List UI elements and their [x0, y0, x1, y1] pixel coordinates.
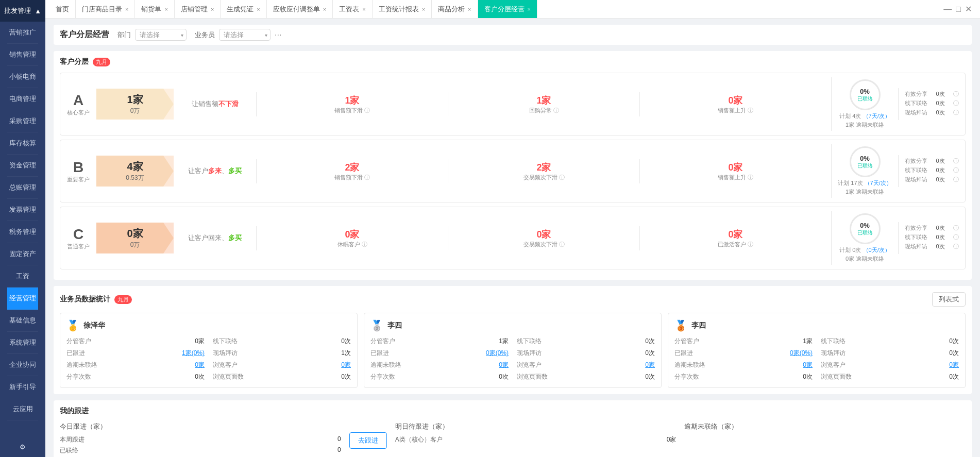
tab-应收应付调整单[interactable]: 应收应付调整单×: [267, 0, 333, 19]
action-info-B-1[interactable]: ⓘ: [953, 166, 959, 174]
window-close-icon[interactable]: ✕: [965, 4, 972, 14]
stat-count-C-2: 0家: [644, 228, 827, 241]
tab-close-工资表[interactable]: ×: [362, 6, 365, 12]
tab-首页[interactable]: 首页: [49, 0, 76, 19]
info-icon-A-1[interactable]: ⓘ: [553, 107, 559, 114]
sidebar-item-新手引导[interactable]: 新手引导: [7, 376, 38, 398]
tab-店铺管理[interactable]: 店铺管理×: [175, 0, 221, 19]
sidebar-item-经营管理[interactable]: 经营管理: [7, 287, 38, 310]
sidebar-item-销售管理[interactable]: 销售管理: [7, 44, 38, 66]
sidebar-item-发票管理[interactable]: 发票管理: [7, 199, 38, 221]
biz-row-2-4: 逾期未联络 0家: [674, 361, 813, 369]
stat-label-C-2: 已激活客户 ⓘ: [644, 241, 827, 248]
action-info-C-0[interactable]: ⓘ: [953, 224, 959, 232]
tab-商品分析[interactable]: 商品分析×: [432, 0, 478, 19]
action-info-B-0[interactable]: ⓘ: [953, 157, 959, 165]
biz-val-1-2[interactable]: 0家(0%): [486, 349, 509, 358]
tab-销货单[interactable]: 销货单×: [135, 0, 174, 19]
sidebar-item-基础信息[interactable]: 基础信息: [7, 310, 38, 332]
dept-select[interactable]: 请选择: [135, 29, 187, 41]
sidebar-item-工资[interactable]: 工资: [7, 265, 38, 287]
biz-val-1-7: 0次: [645, 373, 655, 381]
action-val-A-2: 0次: [936, 109, 944, 116]
tab-门店商品目录[interactable]: 门店商品目录×: [76, 0, 135, 19]
list-view-button[interactable]: 列表式: [932, 292, 966, 307]
tab-close-商品分析[interactable]: ×: [468, 6, 471, 12]
today-follow-val-1: 0: [337, 435, 341, 444]
tier-plan-link-C[interactable]: （0天/次）: [863, 247, 890, 253]
sidebar-item-采购管理[interactable]: 采购管理: [7, 110, 38, 132]
tab-工资表[interactable]: 工资表×: [333, 0, 372, 19]
tab-close-客户分层经营[interactable]: ×: [528, 6, 531, 12]
info-icon-A-0[interactable]: ⓘ: [364, 107, 370, 114]
tab-close-销货单[interactable]: ×: [164, 6, 167, 12]
sales-select[interactable]: 请选择: [219, 29, 271, 41]
biz-key-0-1: 线下联络: [213, 337, 238, 346]
biz-key-2-2: 已跟进: [674, 349, 693, 358]
sidebar-item-总账管理[interactable]: 总账管理: [7, 177, 38, 199]
info-icon-B-1[interactable]: ⓘ: [559, 174, 565, 181]
goto-follow-button[interactable]: 去跟进: [349, 432, 387, 449]
sidebar-item-营销推广[interactable]: 营销推广: [7, 22, 38, 44]
action-info-C-1[interactable]: ⓘ: [953, 233, 959, 241]
tab-close-工资统计报表[interactable]: ×: [422, 6, 425, 12]
sales-filter: 业务员 请选择 ···: [195, 29, 281, 41]
filter-more-icon[interactable]: ···: [275, 30, 281, 40]
tab-bar: 首页门店商品目录×销货单×店铺管理×生成凭证×应收应付调整单×工资表×工资统计报…: [45, 0, 980, 19]
tab-客户分层经营[interactable]: 客户分层经营×: [478, 0, 537, 19]
biz-val-2-4[interactable]: 0家: [803, 361, 813, 369]
action-info-A-1[interactable]: ⓘ: [953, 99, 959, 107]
gear-icon[interactable]: ⚙: [0, 437, 45, 457]
biz-card-header-2: 🥉 李四: [674, 319, 959, 332]
sidebar-item-系统管理[interactable]: 系统管理: [7, 332, 38, 354]
action-info-A-0[interactable]: ⓘ: [953, 90, 959, 98]
tier-summary-A: 1家 0万: [96, 89, 174, 120]
info-icon-B-0[interactable]: ⓘ: [364, 174, 370, 181]
tab-close-门店商品目录[interactable]: ×: [125, 6, 128, 12]
sidebar-item-资金管理[interactable]: 资金管理: [7, 155, 38, 177]
tier-circle-lbl-C: 已联络: [857, 229, 873, 236]
action-row-A-1: 线下联络 0次 ⓘ: [905, 99, 959, 107]
action-info-A-2[interactable]: ⓘ: [953, 109, 959, 116]
biz-val-1-5[interactable]: 0家: [645, 361, 655, 369]
sidebar-item-小畅电商[interactable]: 小畅电商: [7, 66, 38, 88]
biz-row-2-7: 浏览页面数 0次: [821, 373, 959, 381]
biz-val-0-2[interactable]: 1家(0%): [182, 349, 205, 358]
info-icon-C-2[interactable]: ⓘ: [748, 241, 753, 248]
info-icon-C-0[interactable]: ⓘ: [362, 241, 367, 248]
biz-val-1-4[interactable]: 0家: [499, 361, 509, 369]
tier-plan-link-A[interactable]: （7天/次）: [863, 113, 890, 119]
action-key-C-0: 有效分享: [905, 224, 927, 232]
sidebar-item-税务管理[interactable]: 税务管理: [7, 221, 38, 243]
sidebar-item-电商管理[interactable]: 电商管理: [7, 88, 38, 110]
info-icon-B-2[interactable]: ⓘ: [748, 174, 753, 181]
tier-plan-link-B[interactable]: （7天/次）: [865, 180, 892, 186]
sidebar-item-库存核算[interactable]: 库存核算: [7, 132, 38, 155]
biz-val-2-2[interactable]: 0家(0%): [790, 349, 813, 358]
tab-close-生成凭证[interactable]: ×: [257, 6, 260, 12]
action-info-C-2[interactable]: ⓘ: [953, 243, 959, 250]
window-maximize-icon[interactable]: □: [956, 5, 961, 14]
tier-count-A: 1家: [127, 93, 143, 107]
biz-val-2-5[interactable]: 0家: [949, 361, 959, 369]
action-key-B-1: 线下联络: [905, 166, 927, 174]
tab-生成凭证[interactable]: 生成凭证×: [221, 0, 266, 19]
biz-name-2: 李四: [691, 321, 706, 330]
biz-val-0-5[interactable]: 0家: [341, 361, 351, 369]
sidebar-item-固定资产[interactable]: 固定资产: [7, 243, 38, 265]
biz-grid-1: 分管客户 1家 线下联络 0次 已跟进 0家(0%) 现场拜访 0次 逾期未联络…: [370, 337, 655, 381]
sidebar-item-企业协同[interactable]: 企业协同: [7, 354, 38, 376]
action-key-B-2: 现场拜访: [905, 176, 927, 183]
sidebar-header[interactable]: 批发管理 ▲: [0, 0, 45, 22]
sidebar-item-云应用[interactable]: 云应用: [7, 398, 38, 420]
info-icon-C-1[interactable]: ⓘ: [559, 241, 565, 248]
info-icon-A-2[interactable]: ⓘ: [748, 107, 753, 114]
biz-val-2-6: 0次: [803, 373, 813, 381]
action-info-B-2[interactable]: ⓘ: [953, 176, 959, 183]
window-minimize-icon[interactable]: —: [943, 5, 952, 14]
tab-工资统计报表[interactable]: 工资统计报表×: [373, 0, 432, 19]
biz-val-0-4[interactable]: 0家: [195, 361, 205, 369]
tier-circle-pct-C: 0%: [860, 222, 870, 229]
tab-close-应收应付调整单[interactable]: ×: [323, 6, 326, 12]
tab-close-店铺管理[interactable]: ×: [211, 6, 214, 12]
